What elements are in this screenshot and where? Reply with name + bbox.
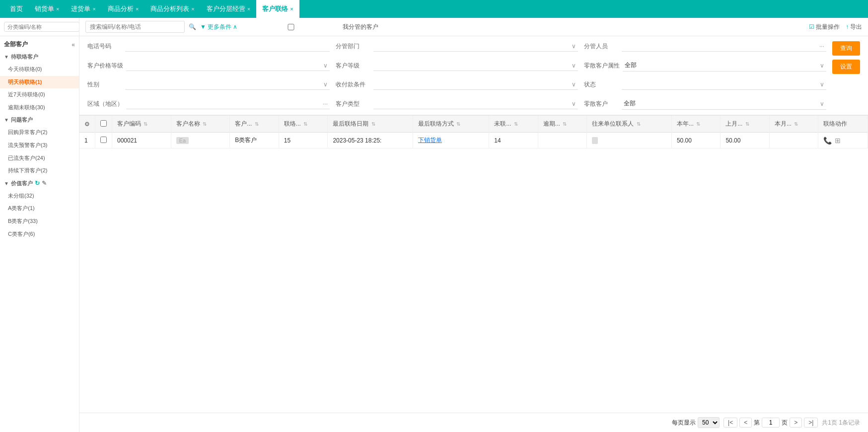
person-more-btn[interactable]: ··· xyxy=(819,43,824,50)
nav-home[interactable]: 首页 xyxy=(4,0,29,18)
status-select[interactable]: ∨ xyxy=(622,79,826,90)
sidebar-item-7days[interactable]: 近7天待联络(0) xyxy=(0,88,79,101)
sort-icon-cp: ⇅ xyxy=(637,121,641,127)
phone-input[interactable] xyxy=(125,41,330,52)
arrow-icon: ▼ xyxy=(4,54,9,60)
first-page-btn[interactable]: |< xyxy=(723,418,737,428)
col-settings[interactable]: ⚙ xyxy=(79,116,95,133)
customer-value-select[interactable]: ∨ xyxy=(126,61,330,71)
col-checkbox[interactable] xyxy=(95,116,112,133)
nav-product-list[interactable]: 商品分析列表 × xyxy=(145,0,200,18)
per-page-select[interactable]: 50 xyxy=(698,417,720,428)
dept-select[interactable]: ∨ xyxy=(373,41,578,52)
col-contact[interactable]: 联络... ⇅ xyxy=(279,116,328,133)
sidebar-all-customers[interactable]: 全部客户 « xyxy=(0,36,79,51)
sidebar-item-churn-warning[interactable]: 流失预警客户(3) xyxy=(0,139,79,152)
filter-btn-group: 查询 设置 xyxy=(832,41,860,74)
sidebar-group-value[interactable]: ▼ 价值客户 ↻ ✎ xyxy=(0,177,79,190)
nav-close-sales[interactable]: × xyxy=(56,6,59,12)
nav-close-pa[interactable]: × xyxy=(136,6,139,12)
row-checkbox[interactable] xyxy=(95,133,112,148)
col-unlinkdays[interactable]: 未联... ⇅ xyxy=(489,116,538,133)
retail-attr-select[interactable]: 全部 ∨ xyxy=(623,60,826,72)
checkbox-icon: ☑ xyxy=(809,23,814,30)
last-page-btn[interactable]: >| xyxy=(804,418,818,428)
nav-close-purchase[interactable]: × xyxy=(92,6,95,12)
settings-icon[interactable]: ⚙ xyxy=(84,121,90,128)
more-conditions-btn[interactable]: ▼ 更多条件 ∧ xyxy=(200,23,237,31)
filter-row-3: 性别 ∨ 收付款条件 ∨ xyxy=(87,79,826,90)
col-last-method[interactable]: 最后联络方式 ⇅ xyxy=(413,116,489,133)
col-this-year[interactable]: 本年... ⇅ xyxy=(671,116,721,133)
phone-field: 电话号码 xyxy=(87,41,330,52)
col-customer-type[interactable]: 客户... ⇅ xyxy=(230,116,279,133)
sidebar-item-churned[interactable]: 已流失客户(24) xyxy=(0,152,79,165)
set-button[interactable]: 设置 xyxy=(832,60,860,74)
row-last-method[interactable]: 下销货单 xyxy=(413,133,489,148)
qrcode-action-icon[interactable]: ⊞ xyxy=(835,137,841,144)
sidebar-item-class-c[interactable]: C类客户(6) xyxy=(0,228,79,241)
table-row: 1 000021 Ea B类客户 15 2023-05-23 18:25: 下销… xyxy=(79,133,868,148)
row-name[interactable]: Ea xyxy=(171,133,230,148)
sort-icon-code: ⇅ xyxy=(144,121,147,127)
col-last-month[interactable]: 上月... ⇅ xyxy=(721,116,770,133)
row-select-checkbox[interactable] xyxy=(100,137,107,143)
customer-type-select[interactable]: ∨ xyxy=(373,99,578,109)
nav-sales-order[interactable]: 销货单 × xyxy=(29,0,65,18)
sidebar-item-class-a[interactable]: A类客户(1) xyxy=(0,202,79,215)
page-input[interactable] xyxy=(762,418,780,428)
sidebar-collapse-icon[interactable]: « xyxy=(72,41,75,48)
my-customers-check[interactable] xyxy=(241,24,341,30)
edit-icon[interactable]: ✎ xyxy=(42,180,47,187)
col-this-month[interactable]: 本月... ⇅ xyxy=(769,116,818,133)
sidebar-item-repurchase[interactable]: 回购异常客户(2) xyxy=(0,126,79,139)
retail-customer-select[interactable]: 全部 ∨ xyxy=(622,98,826,110)
nav-close-cc[interactable]: × xyxy=(290,6,293,12)
col-code[interactable]: 客户编码 ⇅ xyxy=(112,116,171,133)
sort-icon-lmonth: ⇅ xyxy=(745,121,749,127)
sidebar-group-problem[interactable]: ▼ 问题客户 xyxy=(0,114,79,126)
customer-level-select[interactable]: ∨ xyxy=(373,61,578,71)
sidebar-item-tomorrow[interactable]: 明天待联络(1) xyxy=(0,76,79,89)
sidebar-item-declining[interactable]: 持续下滑客户(2) xyxy=(0,164,79,177)
arrow-icon-3: ▼ xyxy=(4,181,9,186)
batch-operation-btn[interactable]: ☑ 批量操作 xyxy=(809,23,840,31)
nav-customer-contact[interactable]: 客户联络 × xyxy=(256,0,299,18)
prev-page-btn[interactable]: < xyxy=(739,418,752,428)
main-layout: 🔍 全部客户 « ▼ 待联络客户 今天待联络(0) 明天待联络(1) 近7天待联… xyxy=(0,18,868,432)
status-label: 状态 xyxy=(584,80,619,89)
query-button[interactable]: 查询 xyxy=(832,41,860,56)
payment-field: 收付款条件 ∨ xyxy=(336,79,578,90)
sidebar-item-today[interactable]: 今天待联络(0) xyxy=(0,63,79,76)
sidebar-search-input[interactable] xyxy=(4,22,79,32)
nav-close-pl[interactable]: × xyxy=(191,6,194,12)
region-more-btn[interactable]: ··· xyxy=(323,100,328,107)
sidebar-item-ungrouped[interactable]: 未分组(32) xyxy=(0,190,79,203)
col-name[interactable]: 客户名称 ⇅ xyxy=(171,116,230,133)
advanced-filter: 电话号码 分管部门 ∨ 分管人员 xyxy=(79,36,868,116)
col-last-date[interactable]: 最后联络日期 ⇅ xyxy=(328,116,413,133)
next-page-btn[interactable]: > xyxy=(790,418,802,428)
col-overdue[interactable]: 逾期... ⇅ xyxy=(538,116,587,133)
export-btn[interactable]: ↑ 导出 xyxy=(846,23,862,31)
search-input[interactable] xyxy=(85,21,185,33)
nav-purchase-order[interactable]: 进货单 × xyxy=(65,0,101,18)
sidebar-group-pending[interactable]: ▼ 待联络客户 xyxy=(0,51,79,63)
select-all-checkbox[interactable] xyxy=(100,120,107,127)
nav-product-analysis[interactable]: 商品分析 × xyxy=(102,0,145,18)
payment-select[interactable]: ∨ xyxy=(373,79,578,90)
gender-select[interactable]: ∨ xyxy=(125,79,330,90)
search-btn-icon[interactable]: 🔍 xyxy=(189,23,196,30)
top-nav: 首页 销货单 × 进货单 × 商品分析 × 商品分析列表 × 客户分层经营 × … xyxy=(0,0,868,18)
my-customers-checkbox[interactable]: 我分管的客户 xyxy=(241,23,378,31)
col-contact-person[interactable]: 往来单位联系人 ⇅ xyxy=(587,116,672,133)
phone-action-icon[interactable]: 📞 xyxy=(823,137,832,144)
nav-customer-segment[interactable]: 客户分层经营 × xyxy=(201,0,256,18)
nav-close-cs[interactable]: × xyxy=(247,6,250,12)
customer-level-field: 客户等级 ∨ xyxy=(336,61,578,71)
arrow-icon-2: ▼ xyxy=(4,117,9,123)
sidebar-item-class-b[interactable]: B类客户(33) xyxy=(0,215,79,228)
g-caret: ∨ xyxy=(323,81,328,88)
refresh-icon[interactable]: ↻ xyxy=(35,180,40,187)
sidebar-item-overdue[interactable]: 逾期未联络(30) xyxy=(0,101,79,114)
